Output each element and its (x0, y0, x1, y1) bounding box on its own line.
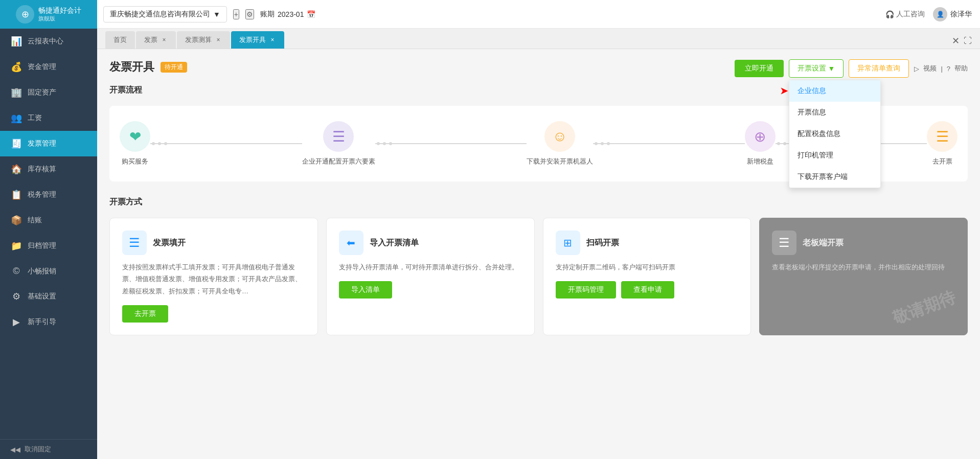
sidebar-item-inventory[interactable]: 🏠 库存核算 (0, 156, 97, 182)
main-layout: 📊 云报表中心 💰 资金管理 🏢 固定资产 👥 工资 🧾 发票管理 🏠 库存核算… (0, 29, 980, 459)
sidebar-label-fixed-assets: 固定资产 (28, 88, 56, 97)
status-badge: 待开通 (161, 62, 187, 73)
closing-icon: 📦 (10, 215, 22, 226)
flow-step-4: ⊕ 新增税盘 (745, 121, 776, 166)
tab-invoice[interactable]: 发票 × (136, 31, 176, 49)
sidebar-item-archive[interactable]: 📁 归档管理 (0, 233, 97, 259)
settings-button[interactable]: ⚙ (245, 9, 254, 19)
payroll-icon: 👥 (10, 112, 22, 124)
sidebar-item-capital[interactable]: 💰 资金管理 (0, 54, 97, 80)
sidebar-label-payroll: 工资 (28, 113, 42, 123)
sidebar-item-payroll[interactable]: 👥 工资 (0, 105, 97, 131)
dropdown-company-label: 企业信息 (797, 86, 826, 95)
settings-dropdown-container: 开票设置 ▼ ➤ 企业信息 开票信息 (789, 59, 844, 78)
action-bar: 立即开通 开票设置 ▼ ➤ 企业信息 (735, 59, 968, 78)
sidebar-label-capital: 资金管理 (28, 62, 56, 72)
tab-invoice-close[interactable]: × (161, 36, 168, 43)
dropdown-printer-label: 打印机管理 (797, 151, 833, 159)
card-2-btn[interactable]: 导入清单 (339, 281, 392, 299)
card-invoice-fill: ☰ 发票填开 支持按照发票样式手工填开发票；可开具增值税电子普通发票、增值税普通… (109, 218, 318, 335)
sidebar-item-expense[interactable]: © 小畅报销 (0, 259, 97, 284)
tab-invoice-issue[interactable]: 发票开具 × (231, 31, 284, 49)
flow-step-3: ☺ 下载并安装开票机器人 (527, 121, 593, 166)
sidebar-item-fixed-assets[interactable]: 🏢 固定资产 (0, 80, 97, 105)
dropdown-download-label: 下载开票客户端 (797, 172, 848, 180)
logo-text-container: 畅捷通好会计 旗舰版 (38, 6, 81, 22)
billing-methods-section: 开票方式 ☰ 发票填开 支持按照发票样式手工填开发票；可开具增值税电子普通发票、… (109, 197, 968, 335)
tab-home[interactable]: 首页 (105, 31, 135, 49)
flow-step-1-icon: ❤ (120, 121, 150, 152)
dropdown-item-download[interactable]: 下载开票客户端 (789, 166, 880, 188)
card-3-title: 扫码开票 (586, 238, 619, 248)
company-selector[interactable]: 重庆畅捷交通信息咨询有限公司 ▼ (103, 6, 227, 22)
abnormal-button[interactable]: 异常清单查询 (849, 59, 909, 78)
tab-invoice-issue-close[interactable]: × (269, 36, 276, 43)
flow-step-5-label: 去开票 (932, 157, 952, 166)
flow-step-2-label: 企业开通配置开票六要素 (302, 157, 375, 166)
company-name: 重庆畅捷交通信息咨询有限公司 (110, 10, 210, 19)
card-1-header: ☰ 发票填开 (122, 231, 305, 255)
support-button[interactable]: 🎧 人工咨询 (885, 10, 925, 19)
gear-icon: ⚙ (246, 10, 253, 18)
flow-connector-3 (593, 143, 745, 144)
card-import-list: ⬅ 导入开票清单 支持导入待开票清单，可对待开票清单进行拆分、合并处理。 导入清… (326, 218, 535, 335)
dropdown-item-tax-disk[interactable]: 配置税盘信息 (789, 123, 880, 145)
tutorial-icon: ▶ (10, 316, 22, 328)
overlay-text: 敬请期待 (890, 287, 959, 330)
sidebar-unpin[interactable]: ◀◀ 取消固定 (0, 439, 97, 459)
settings-chevron-icon: ▼ (828, 64, 835, 73)
user-info[interactable]: 👤 徐泽华 (933, 7, 972, 21)
tab-invoice-calc[interactable]: 发票测算 × (177, 31, 230, 49)
cloud-reports-icon: 📊 (10, 36, 22, 47)
flow-step-5: ☰ 去开票 (927, 121, 958, 166)
page-title: 发票开具 (109, 59, 154, 75)
card-3-header: ⊞ 扫码开票 (556, 231, 739, 255)
video-label[interactable]: 视频 (923, 64, 937, 73)
card-2-desc: 支持导入待开票清单，可对待开票清单进行拆分、合并处理。 (339, 261, 522, 273)
sidebar-item-cloud-reports[interactable]: 📊 云报表中心 (0, 29, 97, 54)
card-3-icon: ⊞ (556, 231, 580, 255)
headset-icon: 🎧 (885, 10, 894, 18)
card-1-btn[interactable]: 去开票 (122, 305, 168, 323)
dropdown-item-printer[interactable]: 打印机管理 (789, 145, 880, 166)
flow-step-4-label: 新增税盘 (747, 157, 773, 166)
tab-close-all[interactable]: ✕ (952, 35, 960, 47)
settings-dropdown-menu: ➤ 企业信息 开票信息 配置税盘信息 打印机管理 (789, 80, 881, 188)
sidebar-item-closing[interactable]: 📦 结账 (0, 208, 97, 233)
activate-button[interactable]: 立即开通 (735, 60, 784, 77)
flow-step-3-label: 下载并安装开票机器人 (527, 157, 593, 166)
tab-invoice-calc-label: 发票测算 (185, 35, 212, 44)
archive-icon: 📁 (10, 240, 22, 251)
sidebar-item-basic-settings[interactable]: ⚙ 基础设置 (0, 284, 97, 309)
tab-invoice-calc-close[interactable]: × (215, 36, 222, 43)
help-label[interactable]: 帮助 (954, 64, 968, 73)
invoice-icon: 🧾 (10, 138, 22, 149)
dropdown-item-company[interactable]: ➤ 企业信息 (789, 80, 880, 102)
sidebar-item-tax[interactable]: 📋 税务管理 (0, 182, 97, 208)
card-4-title: 老板端开票 (803, 238, 844, 248)
sidebar-item-tutorial[interactable]: ▶ 新手引导 (0, 309, 97, 335)
video-help-area: ▷ 视频 | ? 帮助 (914, 64, 968, 73)
sidebar-item-invoice[interactable]: 🧾 发票管理 (0, 131, 97, 156)
fixed-assets-icon: 🏢 (10, 87, 22, 98)
help-icon: ? (947, 65, 950, 73)
card-4-icon: ☰ (772, 231, 796, 255)
flow-step-1: ❤ 购买服务 (120, 121, 150, 166)
add-button[interactable]: + (233, 9, 239, 19)
settings-label: 开票设置 (797, 64, 826, 73)
settings-button-main[interactable]: 开票设置 ▼ (789, 59, 844, 78)
dropdown-item-invoice-info[interactable]: 开票信息 (789, 102, 880, 123)
card-3-btn1[interactable]: 开票码管理 (556, 281, 616, 299)
card-3-desc: 支持定制开票二维码，客户端可扫码开票 (556, 261, 739, 273)
tab-maximize[interactable]: ⛶ (964, 36, 972, 45)
sidebar-label-archive: 归档管理 (28, 241, 56, 250)
card-2-header: ⬅ 导入开票清单 (339, 231, 522, 255)
card-2-title: 导入开票清单 (370, 238, 419, 248)
card-3-btn2[interactable]: 查看申请 (621, 281, 674, 299)
add-icon: + (234, 10, 238, 18)
sidebar-label-expense: 小畅报销 (28, 267, 56, 276)
calendar-icon[interactable]: 📅 (307, 10, 315, 18)
card-3-btns: 开票码管理 查看申请 (556, 281, 739, 299)
flow-step-4-icon: ⊕ (745, 121, 776, 152)
tax-icon: 📋 (10, 189, 22, 200)
